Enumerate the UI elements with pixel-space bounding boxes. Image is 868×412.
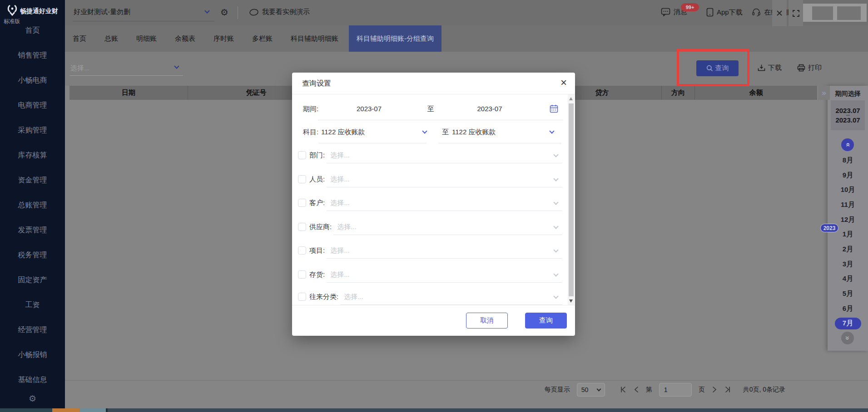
filter-row-select[interactable]: 选择... <box>327 266 562 283</box>
filter-row-select[interactable]: 选择... <box>333 219 562 235</box>
tab[interactable]: 多栏账 × <box>244 25 280 52</box>
month-item[interactable]: 3月 <box>828 257 868 272</box>
confirm-query-button[interactable]: 查询 <box>525 313 567 329</box>
month-item[interactable]: 11月 <box>828 197 868 212</box>
sidebar-item[interactable]: 采购管理 <box>0 118 65 143</box>
sidebar-item[interactable]: 基础信息 <box>0 368 65 387</box>
sidebar-item[interactable]: 工资 <box>0 293 65 318</box>
app-download-link[interactable]: App下载 <box>706 8 743 17</box>
settings-gear-icon[interactable]: ⚙ <box>220 7 228 18</box>
scrollbar-thumb[interactable] <box>569 103 574 296</box>
dialog-scrollbar[interactable] <box>568 94 575 305</box>
sidebar-item[interactable]: 销售管理 <box>0 43 65 68</box>
sidebar-item[interactable]: 资金管理 <box>0 168 65 193</box>
tab[interactable]: 科目辅助明细账 × <box>283 25 346 52</box>
sidebar-item[interactable]: 固定资产 <box>0 268 65 293</box>
tab-label: 多栏账 <box>252 34 273 43</box>
cancel-button[interactable]: 取消 <box>466 313 508 329</box>
dialog-filter-row: 存货: 选择... <box>298 266 562 283</box>
filter-row-select[interactable]: 选择... <box>327 147 562 163</box>
month-item[interactable]: 5月 <box>828 286 868 301</box>
checkbox[interactable] <box>298 246 306 255</box>
sidebar-item[interactable]: 库存核算 <box>0 143 65 168</box>
checkbox[interactable] <box>298 151 306 159</box>
tab-label: 科目辅助明细账-分组查询 <box>357 34 434 43</box>
sidebar-settings-gear-icon[interactable]: ⚙ <box>0 393 65 404</box>
sidebar-item-label: 税务管理 <box>18 250 47 260</box>
sidebar-item[interactable]: 首页 <box>0 25 65 43</box>
month-item[interactable]: 4月 <box>828 272 868 287</box>
tab-label: 首页 <box>73 34 86 43</box>
filter-row-select[interactable]: 选择... <box>327 171 562 187</box>
tab[interactable]: 明细账 × <box>129 25 164 52</box>
filter-row-select[interactable]: 选择... <box>327 242 562 259</box>
sidebar-item-label: 资金管理 <box>18 176 47 185</box>
month-label: 1月 <box>843 230 853 239</box>
app-download-label: App下载 <box>717 8 743 17</box>
demo-label: 我要看实例演示 <box>262 8 310 16</box>
filter-row-label: 人员: <box>309 175 325 184</box>
filter-row-select[interactable]: 选择... <box>327 195 562 211</box>
month-item[interactable]: 6月 <box>828 301 868 316</box>
per-page-select[interactable]: 50 <box>577 383 605 397</box>
column-header-date[interactable]: 日期 <box>69 86 188 100</box>
checkbox[interactable] <box>298 270 306 279</box>
prev-page-button[interactable] <box>634 386 639 393</box>
sidebar-item[interactable]: 小畅报销 <box>0 343 65 368</box>
sidebar-item[interactable]: 发票管理 <box>0 218 65 243</box>
next-page-button[interactable] <box>712 386 717 393</box>
sidebar-item[interactable]: 税务管理 <box>0 243 65 268</box>
tab[interactable]: 科目辅助明细账-分组查询 × <box>349 25 441 52</box>
select-placeholder: 选择... <box>344 293 363 301</box>
period-range-box[interactable]: 2023.07 2023.07 <box>831 100 865 130</box>
last-page-button[interactable] <box>724 386 731 393</box>
sidebar-item[interactable]: 总账管理 <box>0 193 65 218</box>
tab[interactable]: 序时账 × <box>206 25 242 52</box>
checkbox[interactable] <box>298 293 306 301</box>
scroll-months-up-button[interactable]: » <box>841 138 854 151</box>
printer-icon <box>797 64 805 72</box>
month-item[interactable]: 8月 <box>828 153 868 168</box>
tab[interactable]: 首页 × <box>65 25 94 52</box>
select-placeholder: 选择... <box>330 175 350 184</box>
user-account-redacted[interactable] <box>799 4 867 22</box>
scroll-down-arrow-icon[interactable] <box>569 299 573 303</box>
close-all-tabs-icon[interactable] <box>772 0 787 26</box>
checkbox[interactable] <box>298 199 306 207</box>
print-button[interactable]: 打印 <box>797 64 822 72</box>
sidebar-item[interactable]: 电商管理 <box>0 93 65 118</box>
headset-icon <box>752 8 761 17</box>
month-item[interactable]: 2月 <box>828 242 868 257</box>
demo-link[interactable]: 我要看实例演示 <box>249 8 310 16</box>
month-label: 7月 <box>835 318 861 329</box>
query-button[interactable]: 查询 <box>696 60 739 76</box>
download-button[interactable]: 下载 <box>758 64 782 72</box>
messages-count-badge: 99+ <box>681 3 699 11</box>
tab[interactable]: 总账 × <box>97 25 126 52</box>
column-header-direction[interactable]: 方向 <box>661 86 694 100</box>
sidebar-item[interactable]: 小畅电商 <box>0 68 65 93</box>
panel-collapse-icon[interactable]: » <box>818 86 830 100</box>
group-filter-select[interactable]: 选择... <box>69 60 183 76</box>
month-item[interactable]: 10月 <box>828 182 868 197</box>
page-prefix: 第 <box>646 386 652 394</box>
tab[interactable]: 余额表 × <box>167 25 203 52</box>
checkbox[interactable] <box>298 175 306 183</box>
checkbox[interactable] <box>298 223 306 231</box>
filter-row-select[interactable]: 选择... <box>340 289 562 305</box>
brand-edition: 标准版 <box>4 18 20 25</box>
dialog-filter-row: 供应商: 选择... <box>298 219 562 235</box>
column-header-balance[interactable]: 余额 <box>694 86 817 100</box>
account-switcher[interactable]: 好业财测试-量勿删 <box>73 5 214 21</box>
scroll-months-down-button[interactable]: » <box>841 332 854 344</box>
month-item[interactable]: 9月 <box>828 168 868 183</box>
download-label: 下载 <box>768 64 782 72</box>
first-page-button[interactable] <box>620 386 627 393</box>
page-number-input[interactable]: 1 <box>659 383 692 397</box>
fullscreen-icon[interactable] <box>789 0 803 26</box>
chevron-down-icon <box>553 247 558 252</box>
month-item[interactable]: 7月 <box>828 316 868 331</box>
scroll-up-arrow-icon[interactable] <box>569 97 573 100</box>
sidebar-item-label: 总账管理 <box>18 201 47 210</box>
sidebar-item[interactable]: 经营管理 <box>0 318 65 343</box>
